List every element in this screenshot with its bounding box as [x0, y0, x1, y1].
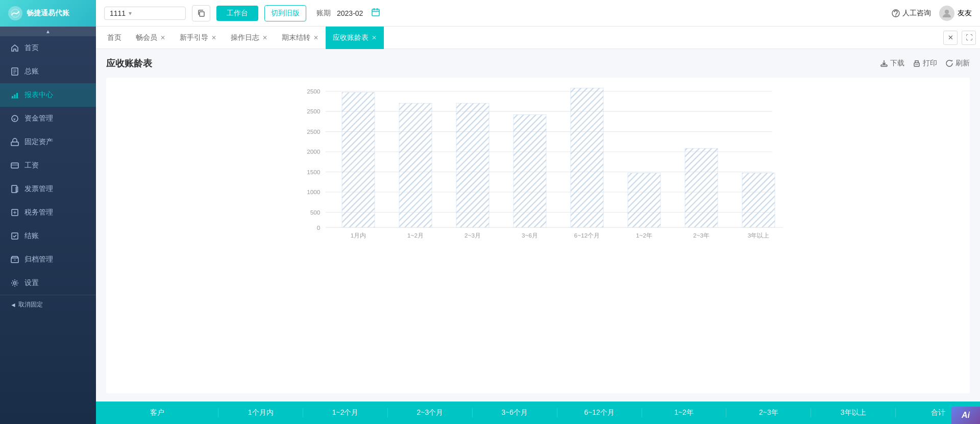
sidebar-item-invoice[interactable]: 发票管理	[0, 177, 96, 201]
header-right: 人工咨询 友友	[891, 6, 972, 21]
svg-text:1月内: 1月内	[351, 232, 366, 239]
col-3-6month: 3~6个月	[473, 408, 557, 417]
bar-1	[399, 103, 432, 227]
copy-button[interactable]	[192, 5, 210, 21]
sidebar-item-archive[interactable]: 归档管理	[0, 248, 96, 271]
download-button[interactable]: 下载	[880, 59, 904, 68]
chart-area: 2500 2500 2500 2000 1500 1000 500 0	[114, 86, 962, 249]
company-select[interactable]: 1111 ▾	[104, 7, 186, 20]
user-area[interactable]: 友友	[939, 6, 972, 21]
tab-close-all-button[interactable]: ✕	[943, 31, 958, 45]
tab-yearend-label: 期末结转	[282, 33, 310, 42]
chevron-down-icon: ▾	[129, 10, 132, 17]
logo-text: 畅捷通易代账	[27, 9, 69, 18]
svg-text:2~3年: 2~3年	[693, 232, 709, 239]
home-icon	[10, 43, 19, 53]
print-button[interactable]: 打印	[913, 59, 937, 68]
calendar-icon[interactable]	[371, 8, 380, 18]
tab-guide-close[interactable]: ✕	[211, 35, 216, 41]
cancel-fixed-button[interactable]: ◄ 取消固定	[0, 295, 96, 314]
col-customer: 客户	[96, 408, 218, 417]
settings-icon	[10, 278, 19, 288]
chart-container: 2500 2500 2500 2000 1500 1000 500 0	[106, 78, 970, 393]
sidebar-scroll-up[interactable]: ▲	[0, 27, 96, 36]
svg-rect-14	[14, 95, 16, 98]
workbench-button[interactable]: 工作台	[216, 6, 258, 21]
archive-icon	[10, 255, 19, 264]
tab-araging-close[interactable]: ✕	[372, 35, 377, 41]
bar-2	[456, 103, 489, 227]
col-6-12month: 6~12个月	[557, 408, 642, 417]
sidebar-item-funds[interactable]: ¥ 资金管理	[0, 107, 96, 130]
sidebar-item-tax[interactable]: 税务管理	[0, 201, 96, 224]
bar-4	[571, 88, 603, 227]
sidebar-item-salary[interactable]: 工资	[0, 154, 96, 177]
logo-icon	[8, 6, 22, 20]
svg-text:0: 0	[317, 224, 321, 231]
tab-araging-label: 应收账龄表	[333, 33, 369, 42]
col-2-3year: 2~3年	[726, 408, 811, 417]
period-label: 账期	[316, 9, 331, 18]
sidebar-label-ledger: 总账	[24, 67, 39, 76]
invoice-icon	[10, 184, 19, 194]
sidebar-label-assets: 固定资产	[24, 137, 53, 147]
tab-member[interactable]: 畅会员 ✕	[129, 27, 173, 49]
refresh-button[interactable]: 刷新	[945, 59, 970, 68]
tab-yearend[interactable]: 期末结转 ✕	[275, 27, 326, 49]
svg-text:¥: ¥	[13, 117, 16, 122]
svg-text:500: 500	[310, 209, 321, 216]
header-main: 1111 ▾ 工作台 切到旧版 账期 2023-02	[96, 5, 891, 21]
tab-guide[interactable]: 新手引导 ✕	[173, 27, 224, 49]
svg-rect-19	[11, 142, 18, 146]
consulting-button[interactable]: 人工咨询	[891, 9, 931, 18]
main-layout: ▲ 首页 总账	[0, 27, 980, 424]
switch-version-button[interactable]: 切到旧版	[264, 5, 306, 21]
company-name: 1111	[110, 9, 126, 17]
sidebar-item-home[interactable]: 首页	[0, 36, 96, 60]
ledger-icon	[10, 67, 19, 76]
svg-rect-1	[200, 12, 204, 16]
sidebar: ▲ 首页 总账	[0, 27, 96, 424]
sidebar-item-assets[interactable]: 固定资产	[0, 130, 96, 154]
reports-icon	[10, 90, 19, 100]
tab-araging[interactable]: 应收账龄表 ✕	[326, 27, 384, 49]
tab-yearend-close[interactable]: ✕	[313, 35, 318, 41]
svg-rect-30	[881, 65, 887, 66]
period-value: 2023-02	[337, 9, 363, 17]
username: 友友	[958, 9, 972, 18]
tab-oplog[interactable]: 操作日志 ✕	[224, 27, 275, 49]
tab-home[interactable]: 首页	[100, 27, 129, 49]
cancel-fixed-icon: ◄	[10, 301, 16, 309]
page-content: 应收账龄表 下载	[96, 49, 980, 402]
tab-bar: 首页 畅会员 ✕ 新手引导 ✕ 操作日志 ✕ 期末结转 ✕ 应收账龄表 ✕	[96, 27, 980, 49]
svg-text:2500: 2500	[307, 108, 321, 114]
tab-member-label: 畅会员	[136, 33, 157, 42]
sidebar-item-settings[interactable]: 设置	[0, 271, 96, 295]
page-title: 应收账龄表	[106, 57, 152, 69]
top-header: 畅捷通易代账 1111 ▾ 工作台 切到旧版 账期 2023-02	[0, 0, 980, 27]
col-1-2month: 1~2个月	[303, 408, 388, 417]
refresh-label: 刷新	[955, 59, 970, 68]
tab-guide-label: 新手引导	[180, 33, 208, 42]
tab-member-close[interactable]: ✕	[160, 35, 165, 41]
sidebar-item-reports[interactable]: 报表中心	[0, 83, 96, 107]
ai-badge[interactable]: Ai	[951, 407, 980, 424]
tab-oplog-close[interactable]: ✕	[262, 35, 267, 41]
svg-text:3年以上: 3年以上	[748, 232, 770, 239]
col-2-3month: 2~3个月	[388, 408, 473, 417]
sidebar-item-ledger[interactable]: 总账	[0, 60, 96, 83]
sidebar-label-settings: 设置	[24, 278, 39, 288]
sidebar-item-checkout[interactable]: 结账	[0, 224, 96, 248]
svg-text:2~3月: 2~3月	[464, 232, 481, 239]
tab-expand-button[interactable]: ⛶	[962, 31, 976, 45]
avatar	[939, 6, 954, 21]
consulting-label: 人工咨询	[902, 9, 931, 18]
svg-point-29	[14, 282, 16, 285]
sidebar-label-invoice: 发票管理	[24, 184, 53, 194]
tab-bar-actions: ✕ ⛶	[943, 31, 976, 45]
bar-5	[628, 173, 660, 228]
sidebar-label-checkout: 结账	[24, 231, 39, 241]
sidebar-label-home: 首页	[24, 43, 39, 53]
table-header: 客户 1个月内 1~2个月 2~3个月 3~6个月 6~12个月 1~2年 2~…	[96, 402, 980, 424]
bar-chart: 2500 2500 2500 2000 1500 1000 500 0	[114, 86, 962, 249]
